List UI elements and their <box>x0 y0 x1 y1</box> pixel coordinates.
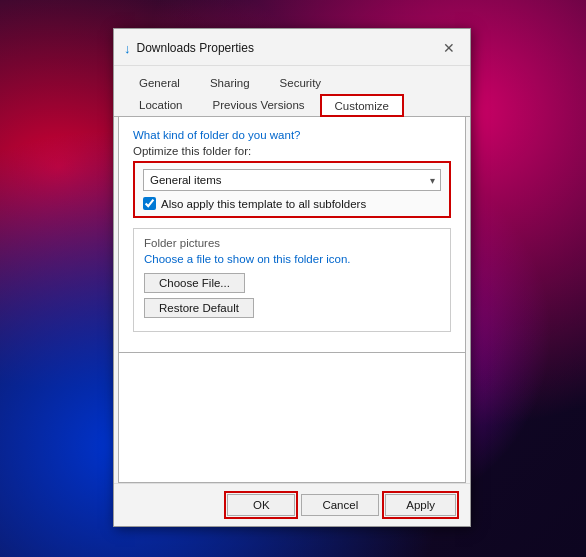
restore-default-button[interactable]: Restore Default <box>144 298 254 318</box>
content-area: What kind of folder do you want? Optimiz… <box>118 117 466 353</box>
optimize-box: General items Documents Pictures Music V… <box>133 161 451 218</box>
apply-button[interactable]: Apply <box>385 494 456 516</box>
title-bar: ↓ Downloads Properties ✕ <box>114 29 470 66</box>
tab-previous-versions[interactable]: Previous Versions <box>197 94 319 116</box>
tabs-row-2: Location Previous Versions Customize <box>114 94 470 117</box>
folder-pictures-section: Folder pictures Choose a file to show on… <box>133 228 451 332</box>
dialog-window: ↓ Downloads Properties ✕ General Sharing… <box>113 28 471 527</box>
apply-subfolders-checkbox[interactable] <box>143 197 156 210</box>
choose-file-text: Choose a file to show on this folder ico… <box>144 253 440 265</box>
tab-customize[interactable]: Customize <box>320 94 404 117</box>
dialog-title: Downloads Properties <box>137 41 433 55</box>
optimize-label: Optimize this folder for: <box>133 145 451 157</box>
apply-subfolders-row: Also apply this template to all subfolde… <box>143 197 441 210</box>
tabs-row-1: General Sharing Security <box>114 66 470 94</box>
download-icon: ↓ <box>124 41 131 56</box>
folder-pictures-label: Folder pictures <box>144 237 440 249</box>
folder-type-dropdown[interactable]: General items Documents Pictures Music V… <box>143 169 441 191</box>
close-button[interactable]: ✕ <box>438 37 460 59</box>
bottom-bar: OK Cancel Apply <box>114 483 470 526</box>
cancel-button[interactable]: Cancel <box>301 494 379 516</box>
dropdown-wrapper: General items Documents Pictures Music V… <box>143 169 441 191</box>
section-title: What kind of folder do you want? <box>133 129 451 141</box>
tab-sharing[interactable]: Sharing <box>195 72 265 94</box>
ok-button[interactable]: OK <box>227 494 295 516</box>
tab-general[interactable]: General <box>124 72 195 94</box>
empty-content-area <box>118 353 466 483</box>
tab-location[interactable]: Location <box>124 94 197 116</box>
tab-security[interactable]: Security <box>265 72 337 94</box>
choose-file-button[interactable]: Choose File... <box>144 273 245 293</box>
apply-subfolders-label: Also apply this template to all subfolde… <box>161 198 366 210</box>
